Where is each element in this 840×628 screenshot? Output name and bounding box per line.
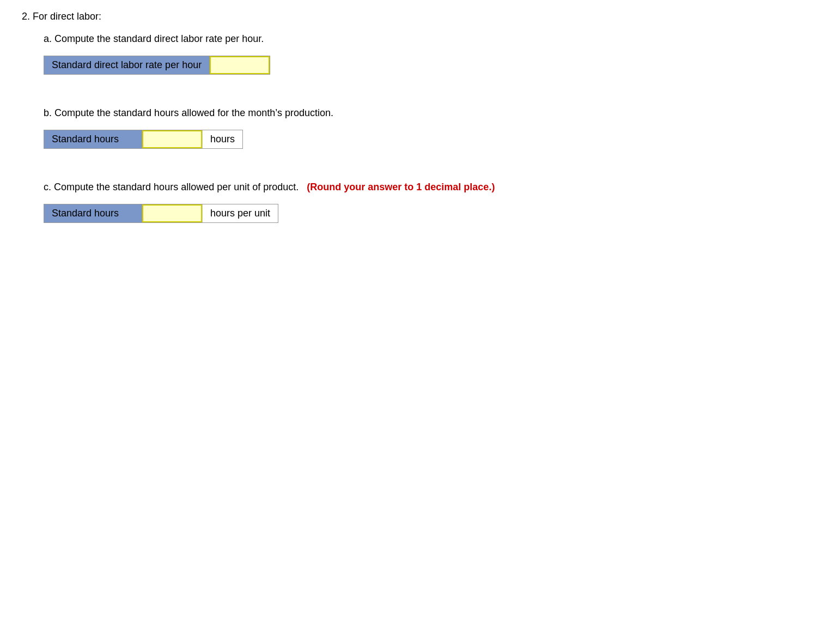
question-number: 2. For direct labor:	[22, 11, 818, 22]
sub-question-c-input[interactable]	[142, 204, 202, 222]
sub-question-a-input[interactable]	[210, 56, 270, 74]
sub-question-b-suffix: hours	[202, 130, 242, 148]
sub-question-c-label: c. Compute the standard hours allowed pe…	[44, 182, 818, 193]
sub-question-c-field-label: Standard hours	[44, 204, 142, 222]
sub-question-a-field-label: Standard direct labor rate per hour	[44, 56, 210, 74]
sub-question-a-input-row: Standard direct labor rate per hour	[44, 56, 270, 75]
sub-question-b-input-row: Standard hours hours	[44, 130, 243, 149]
sub-question-a: a. Compute the standard direct labor rat…	[44, 33, 818, 75]
sub-question-b: b. Compute the standard hours allowed fo…	[44, 107, 818, 149]
sub-question-c-suffix: hours per unit	[202, 204, 278, 222]
question-section: 2. For direct labor: a. Compute the stan…	[22, 11, 818, 223]
round-note: (Round your answer to 1 decimal place.)	[307, 182, 495, 192]
sub-question-a-label: a. Compute the standard direct labor rat…	[44, 33, 818, 45]
sub-question-c-input-row: Standard hours hours per unit	[44, 204, 278, 223]
sub-question-b-label: b. Compute the standard hours allowed fo…	[44, 107, 818, 119]
sub-question-c: c. Compute the standard hours allowed pe…	[44, 182, 818, 223]
sub-question-b-field-label: Standard hours	[44, 130, 142, 148]
sub-question-b-input[interactable]	[142, 130, 202, 148]
